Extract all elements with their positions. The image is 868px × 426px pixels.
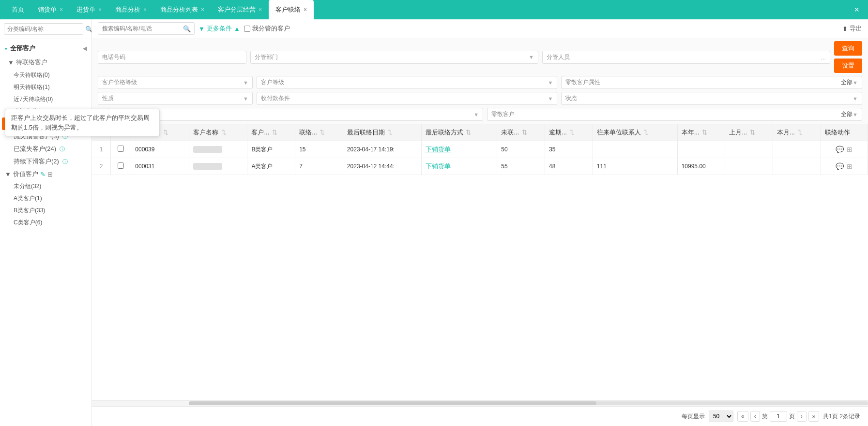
- row-1-more-icon[interactable]: ⊞: [847, 146, 853, 153]
- dept-filter[interactable]: 分管部门 ▼: [250, 51, 538, 64]
- per-page-label: 每页显示: [682, 412, 705, 421]
- next-page-button[interactable]: ›: [797, 411, 807, 422]
- row-2-more-icon[interactable]: ⊞: [847, 162, 853, 170]
- page-size-select[interactable]: 50 100 200: [709, 411, 733, 422]
- first-page-button[interactable]: «: [737, 411, 748, 422]
- close-product-analysis-icon[interactable]: ×: [143, 6, 147, 13]
- close-customer-segment-icon[interactable]: ×: [259, 6, 262, 13]
- row-2-last-method[interactable]: 下销货单: [421, 158, 497, 175]
- sidebar-lost-customers[interactable]: 已流失客户(24) ⓘ: [0, 143, 91, 155]
- status-filter[interactable]: 状态 ▼: [561, 92, 862, 105]
- sidebar-declining-customers[interactable]: 持续下滑客户(2) ⓘ: [0, 155, 91, 168]
- export-icon: ⬆: [842, 25, 848, 32]
- more-conditions-button[interactable]: ▼ 更多条件 ▲: [198, 24, 240, 33]
- sidebar-b-class[interactable]: B类客户(33): [0, 205, 91, 217]
- row-1-method-link[interactable]: 下销货单: [426, 146, 451, 153]
- prev-page-button[interactable]: ‹: [750, 411, 760, 422]
- last-page-button[interactable]: »: [808, 411, 820, 422]
- expand-icon: ▪: [5, 45, 7, 52]
- sort-code-icon[interactable]: ⇅: [163, 129, 168, 136]
- scroll-thumb[interactable]: [189, 401, 596, 405]
- my-customers-checkbox-label[interactable]: 我分管的客户: [244, 24, 290, 33]
- declining-info-icon[interactable]: ⓘ: [62, 159, 68, 164]
- close-sales-order-icon[interactable]: ×: [60, 6, 63, 13]
- retail-customer-dropdown-icon: ▼: [853, 112, 858, 118]
- row-1-this-year: [677, 141, 725, 158]
- main-search-icon[interactable]: 🔍: [183, 25, 191, 32]
- sidebar-search-area: 🔍: [0, 19, 91, 39]
- sort-overdue-icon[interactable]: ⇅: [569, 129, 575, 136]
- sort-contact-person-icon[interactable]: ⇅: [643, 129, 649, 136]
- sidebar-c-class[interactable]: C类客户(6): [0, 217, 91, 229]
- sort-name-icon[interactable]: ⇅: [221, 129, 227, 136]
- manager-filter[interactable]: 分管人员 ...: [542, 51, 830, 64]
- sidebar-tomorrow-pending[interactable]: 明天待联络(1): [0, 81, 91, 93]
- price-level-filter[interactable]: 客户价格等级 ▼: [98, 76, 253, 89]
- sort-last-month-icon[interactable]: ⇅: [750, 129, 755, 136]
- query-button[interactable]: 查询: [834, 41, 862, 56]
- content-area: 🔍 ▼ 更多条件 ▲ 我分管的客户 ⬆ 导出 电话号码: [92, 19, 868, 426]
- retail-customer-filter[interactable]: 零散客户 全部 ▼: [487, 108, 862, 121]
- sidebar-search-icon[interactable]: 🔍: [85, 26, 92, 33]
- row-1-last-method[interactable]: 下销货单: [421, 141, 497, 158]
- row-checkbox-2[interactable]: [111, 158, 131, 175]
- row-2-contact-icon[interactable]: 💬: [836, 162, 844, 170]
- edit-icon[interactable]: ✎: [40, 171, 46, 178]
- settings-button[interactable]: 设置: [834, 59, 862, 73]
- sidebar-week-pending[interactable]: 近7天待联络(0): [0, 93, 91, 105]
- sort-contacts-icon[interactable]: ⇅: [320, 129, 325, 136]
- export-button[interactable]: ⬆ 导出: [842, 24, 862, 33]
- sidebar-ungroup[interactable]: 未分组(32): [0, 180, 91, 192]
- gender-filter[interactable]: 性质 ▼: [98, 92, 253, 105]
- main-search-input[interactable]: [98, 22, 195, 35]
- total-label: 共1页 2条记录: [823, 412, 860, 421]
- customer-type-filter[interactable]: 客户类型 ▼: [108, 108, 483, 121]
- value-customers-section[interactable]: ▼ 价值客户 ✎ ⊞: [0, 168, 91, 180]
- row-2-method-link[interactable]: 下销货单: [426, 162, 451, 170]
- sort-level-icon[interactable]: ⇅: [272, 129, 277, 136]
- manager-dots[interactable]: ...: [821, 54, 826, 61]
- lost-info-icon[interactable]: ⓘ: [60, 146, 65, 152]
- all-customers-header[interactable]: ▪ 全部客户 ◀: [0, 41, 91, 56]
- dept-dropdown-icon: ▼: [529, 54, 534, 60]
- close-purchase-order-icon[interactable]: ×: [98, 6, 102, 13]
- window-close-button[interactable]: ×: [850, 5, 863, 15]
- row-1-contact-icon[interactable]: 💬: [836, 146, 844, 153]
- phone-filter[interactable]: 电话号码: [98, 51, 246, 64]
- row-1-checkbox[interactable]: [118, 146, 124, 152]
- nav-purchase-order[interactable]: 进货单 ×: [70, 0, 108, 19]
- customer-level-filter[interactable]: 客户等级 ▼: [257, 76, 558, 89]
- sidebar-today-pending[interactable]: 今天待联络(0): [0, 69, 91, 81]
- sidebar-a-class[interactable]: A类客户(1): [0, 192, 91, 205]
- row-checkbox-1[interactable]: [111, 141, 131, 158]
- nav-product-analysis-list[interactable]: 商品分析列表 ×: [153, 0, 211, 19]
- nav-customer-segment[interactable]: 客户分层经营 ×: [211, 0, 269, 19]
- nav-home[interactable]: 首页: [5, 0, 31, 19]
- sort-this-month-icon[interactable]: ⇅: [797, 129, 803, 136]
- row-2-name: [189, 158, 247, 175]
- nav-product-analysis[interactable]: 商品分析 ×: [108, 0, 153, 19]
- my-customers-checkbox[interactable]: [244, 26, 250, 32]
- collapse-button[interactable]: ◀: [83, 45, 87, 52]
- close-product-analysis-list-icon[interactable]: ×: [201, 6, 204, 13]
- close-customer-contact-icon[interactable]: ×: [304, 6, 307, 13]
- row-2-this-year: 10995.00: [677, 158, 725, 175]
- sidebar-search-input[interactable]: [4, 23, 83, 35]
- pending-section-title[interactable]: ▼ 待联络客户: [0, 56, 91, 69]
- table-header-row: ⚙ 客户编码 ⇅ 客户名称 ⇅ 客户...: [92, 124, 868, 141]
- row-2-no-contact: 55: [497, 158, 545, 175]
- sort-last-date-icon[interactable]: ⇅: [387, 129, 393, 136]
- page-suffix-label: 页: [789, 412, 795, 421]
- nav-sales-order[interactable]: 销货单 ×: [31, 0, 70, 19]
- sort-this-year-icon[interactable]: ⇅: [702, 129, 707, 136]
- sort-no-contact-icon[interactable]: ⇅: [522, 129, 527, 136]
- horizontal-scrollbar[interactable]: [92, 400, 868, 406]
- edit2-icon[interactable]: ⊞: [47, 171, 53, 178]
- retail-attr-filter[interactable]: 零散客户属性 全部 ▼: [561, 76, 862, 89]
- row-2-checkbox[interactable]: [118, 162, 124, 169]
- payment-filter[interactable]: 收付款条件 ▼: [257, 92, 558, 105]
- sort-last-method-icon[interactable]: ⇅: [466, 129, 471, 136]
- current-page-input[interactable]: [770, 411, 787, 422]
- row-1-last-date: 2023-04-17 14:19:: [343, 141, 421, 158]
- nav-customer-contact[interactable]: 客户联络 ×: [269, 0, 314, 19]
